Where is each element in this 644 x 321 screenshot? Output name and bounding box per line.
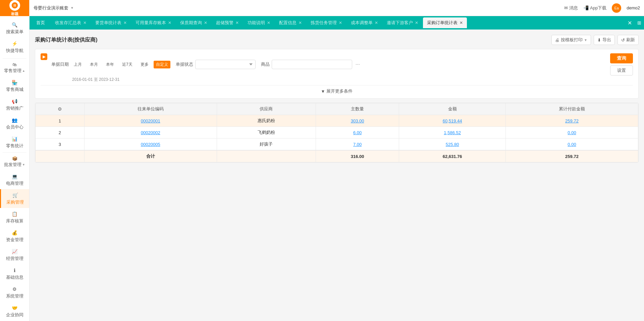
table-row: 1 00020001 惠氏奶粉 303.00 60,519.44 259.72	[36, 115, 638, 127]
row-quantity[interactable]: 303.00	[316, 115, 399, 127]
tab-purchase-order-stats-label: 采购订单统计表	[427, 20, 458, 26]
date-shortcuts: 上月 本月 本年 近7天 更多 自定义	[71, 61, 170, 68]
filter-area: ▶ 单据日期 上月 本月 本年 近7天 更多 自定义	[35, 49, 639, 99]
row-amount[interactable]: 525.80	[399, 139, 506, 151]
col-code: 往来单位编码	[84, 103, 217, 115]
col-settings[interactable]: ⚙	[36, 103, 85, 115]
tab-purchase-order-stats[interactable]: 采购订单统计表 ✕	[423, 17, 467, 28]
inventory-icon: 📋	[11, 211, 18, 217]
query-btn[interactable]: 查询	[610, 53, 633, 63]
filter-status-item: 单据状态	[176, 60, 256, 69]
topbar-right: ✉ 消息 📲 App下载 Ea demo2	[564, 3, 640, 13]
finance-icon: 💰	[11, 229, 18, 236]
filter-collapse-btn[interactable]: ▶	[41, 53, 47, 60]
settings-btn[interactable]: 设置	[610, 65, 633, 75]
date-shortcut-this-year[interactable]: 本年	[103, 61, 117, 68]
tab-available-inventory[interactable]: 可用量库存账本 ✕	[131, 17, 175, 28]
sidebar-item-system[interactable]: ⚙ 系统管理	[0, 283, 29, 302]
col-quantity: 主数量	[316, 103, 399, 115]
tab-overstock-warning-close[interactable]: ✕	[235, 20, 239, 25]
row-index: 1	[36, 115, 85, 127]
expand-more-btn[interactable]: ▼ 展开更多条件	[321, 88, 353, 94]
row-amount[interactable]: 60,519.44	[399, 115, 506, 127]
row-code[interactable]: 00020005	[84, 139, 217, 151]
date-shortcut-more[interactable]: 更多	[138, 61, 152, 68]
workspace-selector[interactable]: 母婴行业演示账套 ▼	[34, 5, 564, 11]
row-quantity[interactable]: 6.00	[316, 127, 399, 139]
sidebar-search-btn[interactable]: 🔍 搜索菜单	[1, 19, 28, 38]
sidebar-item-finance[interactable]: 💰 资金管理	[0, 227, 29, 246]
sidebar-search-label: 搜索菜单	[6, 29, 23, 35]
tab-pick-task-close[interactable]: ✕	[339, 20, 342, 25]
sidebar-quicknav-btn[interactable]: ⚡ 快捷导航	[1, 38, 28, 56]
goods-filter-more-icon[interactable]: ···	[356, 61, 360, 67]
table-settings-icon[interactable]: ⚙	[58, 106, 62, 112]
tab-function-desc[interactable]: 功能说明 ✕	[244, 17, 274, 28]
tab-config-info[interactable]: 配置信息 ✕	[275, 17, 306, 28]
tab-pick-task[interactable]: 拣货任务管理 ✕	[307, 17, 346, 28]
sidebar-item-wholesale-mgmt[interactable]: 📦 批发管理 ▼	[0, 153, 29, 170]
print-label: 按模板打印	[561, 37, 583, 43]
home-tab-label: 首页	[36, 20, 45, 26]
tab-quality-expiry-label: 保质期查询	[180, 20, 202, 26]
row-code[interactable]: 00020002	[84, 127, 217, 139]
row-paid[interactable]: 0.00	[505, 127, 638, 139]
sidebar-item-ecommerce[interactable]: 💻 电商管理	[0, 170, 29, 189]
row-amount[interactable]: 1,586.52	[399, 127, 506, 139]
tab-overstock-warning[interactable]: 超储预警 ✕	[212, 17, 243, 28]
sidebar-item-inventory[interactable]: 📋 库存核算	[0, 208, 29, 227]
restore-tabs-btn[interactable]: ⊞	[636, 20, 643, 25]
tab-cost-adjust-close[interactable]: ✕	[375, 20, 378, 25]
refresh-btn[interactable]: ↺ 刷新	[618, 35, 639, 45]
tab-cost-adjust[interactable]: 成本调整单 ✕	[347, 17, 382, 28]
tab-available-inventory-close[interactable]: ✕	[168, 20, 171, 25]
row-code[interactable]: 00020001	[84, 115, 217, 127]
tab-overstock-warning-label: 超储预警	[216, 20, 233, 26]
tab-order-stats[interactable]: 要货单统计表 ✕	[91, 17, 131, 28]
footer-label: 合计	[84, 150, 217, 162]
status-filter-select[interactable]	[195, 60, 256, 69]
date-shortcut-this-month[interactable]: 本月	[87, 61, 101, 68]
footer-paid: 259.72	[505, 150, 638, 162]
tab-invite-downstream[interactable]: 邀请下游客户 ✕	[383, 17, 422, 28]
sidebar-item-retail-stats[interactable]: 📊 零售统计	[0, 133, 29, 152]
sidebar-item-base-info-label: 基础信息	[6, 274, 23, 280]
sidebar-item-retail-shop[interactable]: 🏪 零售商城	[0, 76, 29, 95]
row-paid[interactable]: 259.72	[505, 115, 638, 127]
print-btn[interactable]: 🖨 按模板打印 ▼	[551, 35, 591, 45]
sidebar-item-purchase[interactable]: 🛒 采购管理	[0, 189, 29, 208]
close-all-tabs-btn[interactable]: ✕	[626, 20, 633, 26]
app-download-btn[interactable]: 📲 App下载	[583, 5, 606, 11]
tab-invite-downstream-close[interactable]: ✕	[415, 20, 418, 25]
marketing-icon: 📢	[11, 98, 18, 105]
user-avatar[interactable]: Ea	[612, 3, 621, 13]
tab-order-stats-close[interactable]: ✕	[123, 20, 127, 25]
sidebar-item-base-info[interactable]: ℹ 基础信息	[0, 264, 29, 283]
row-quantity[interactable]: 7.00	[316, 139, 399, 151]
tab-quality-expiry-close[interactable]: ✕	[204, 20, 207, 25]
tab-receive-send-summary-close[interactable]: ✕	[83, 20, 87, 25]
sidebar-item-marketing[interactable]: 📢 营销推广	[0, 95, 29, 114]
export-btn[interactable]: ⬇ 导出	[594, 35, 615, 45]
message-btn[interactable]: ✉ 消息	[564, 5, 578, 11]
sidebar-item-operation[interactable]: 📈 经营管理	[0, 246, 29, 264]
username-label[interactable]: demo2	[627, 5, 640, 10]
date-shortcut-7days[interactable]: 近7天	[119, 61, 136, 68]
sidebar-item-retail-shop-label: 零售商城	[6, 87, 23, 93]
tab-function-desc-close[interactable]: ✕	[267, 20, 270, 25]
tab-quality-expiry[interactable]: 保质期查询 ✕	[176, 17, 211, 28]
goods-filter-input[interactable]	[272, 60, 352, 69]
row-paid[interactable]: 0.00	[505, 139, 638, 151]
tab-config-info-close[interactable]: ✕	[299, 20, 302, 25]
date-shortcut-custom[interactable]: 自定义	[154, 61, 170, 68]
sidebar-item-retail-mgmt[interactable]: 🛍 零售管理 ▲	[0, 59, 29, 76]
row-supplier: 好孩子	[217, 139, 316, 151]
tab-home[interactable]: 首页	[31, 17, 50, 28]
date-shortcut-last-month[interactable]: 上月	[71, 61, 85, 68]
tab-cost-adjust-label: 成本调整单	[351, 20, 373, 26]
sidebar-item-member[interactable]: 👥 会员中心	[0, 114, 29, 133]
tab-purchase-order-stats-close[interactable]: ✕	[460, 20, 463, 25]
retail-mgmt-icon: 🛍	[12, 62, 17, 67]
tab-receive-send-summary[interactable]: 收发存汇总表 ✕	[51, 17, 91, 28]
sidebar-item-enterprise[interactable]: 🤝 企业协同	[0, 302, 29, 321]
